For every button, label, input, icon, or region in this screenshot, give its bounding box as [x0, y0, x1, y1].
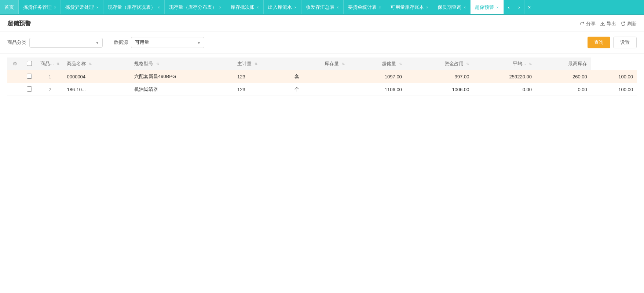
nav-tab-task-mgmt[interactable]: 拣货任务管理 × — [19, 0, 61, 15]
datasource-dropdown-arrow: ▾ — [198, 40, 200, 45]
export-icon — [600, 21, 605, 26]
nav-tab-inout-flow[interactable]: 出入库流水 × — [264, 0, 301, 15]
share-icon — [579, 21, 585, 26]
share-button[interactable]: 分享 — [579, 21, 596, 27]
category-select[interactable]: ▾ — [29, 38, 103, 48]
row-checkbox-cell[interactable] — [22, 70, 37, 83]
avg-header-label: 平均... — [513, 61, 526, 66]
product-name-sort-icon: ⇅ — [89, 62, 92, 66]
close-abnormal-icon[interactable]: × — [96, 5, 98, 10]
close-inout-flow-icon[interactable]: × — [294, 5, 296, 10]
row-avg: 260.00 — [535, 70, 591, 83]
row-checkbox[interactable] — [27, 86, 32, 92]
nav-tab-available-account-label: 可用量库存账本 — [391, 4, 424, 11]
nav-tab-inout-flow-label: 出入库流水 — [268, 4, 292, 11]
page-title: 超储预警 — [7, 20, 31, 27]
close-inventory-status-icon[interactable]: × — [158, 5, 160, 10]
row-product-name: 机油滤清器 — [131, 83, 234, 96]
stock-column-header[interactable]: 库存量 ⇅ — [291, 58, 348, 70]
nav-tab-batch-account[interactable]: 库存批次账 × — [226, 0, 264, 15]
nav-tab-overstock-warning[interactable]: 超储预警 × — [471, 0, 503, 15]
category-filter-item: 商品分类 ▾ — [7, 38, 103, 48]
avg-column-header[interactable]: 平均... ⇅ — [473, 58, 535, 70]
filter-area: 商品分类 ▾ 数据源 可用量 ▾ 查询 设置 — [0, 31, 644, 54]
nav-tab-batch-account-label: 库存批次账 — [231, 4, 255, 11]
nav-tab-inventory-status[interactable]: 现存量（库存状况表） × — [103, 0, 165, 15]
main-content: 超储预警 分享 导出 刷新 — [0, 15, 644, 293]
close-order-stat-icon[interactable]: × — [379, 5, 381, 10]
product-name-header-label: 商品名称 — [67, 61, 86, 66]
datasource-select[interactable]: 可用量 ▾ — [131, 37, 204, 48]
row-stock: 1097.00 — [348, 70, 406, 83]
nav-tab-abnormal-label: 拣货异常处理 — [65, 4, 94, 11]
row-capital: 259220.00 — [473, 70, 535, 83]
max-stock-column-header[interactable]: 最高库存 — [535, 58, 591, 70]
product-name-column-header[interactable]: 商品名称 ⇅ — [63, 58, 131, 70]
page-header: 超储预警 分享 导出 刷新 — [0, 15, 644, 31]
close-batch-account-icon[interactable]: × — [257, 5, 259, 10]
overstock-table: ⚙ 商品... ⇅ 商品名称 ⇅ 规格型号 ⇅ — [7, 58, 637, 96]
row-max-stock: 100.00 — [591, 83, 637, 96]
gear-settings-icon[interactable]: ⚙ — [12, 60, 17, 67]
row-gear — [7, 70, 22, 83]
export-button[interactable]: 导出 — [600, 21, 616, 27]
close-overstock-warning-icon[interactable]: × — [496, 5, 498, 10]
nav-tab-task-mgmt-label: 拣货任务管理 — [23, 4, 52, 11]
datasource-label: 数据源 — [114, 39, 128, 46]
header-actions: 分享 导出 刷新 — [579, 21, 637, 27]
product-code-column-header[interactable]: 商品... ⇅ — [37, 58, 63, 70]
export-label: 导出 — [607, 21, 616, 27]
row-overstock: 997.00 — [406, 70, 473, 83]
table-row[interactable]: 1 0000004 六配套新昌490BPG 123 套 1097.00 997.… — [7, 70, 637, 83]
nav-tab-recv-send[interactable]: 收发存汇总表 × — [301, 0, 344, 15]
share-label: 分享 — [586, 21, 596, 27]
row-gear — [7, 83, 22, 96]
row-index: 2 — [37, 83, 63, 96]
spec-column-header[interactable]: 规格型号 ⇅ — [131, 58, 234, 70]
unit-column-header[interactable]: 主计量 ⇅ — [234, 58, 291, 70]
table-area: ⚙ 商品... ⇅ 商品名称 ⇅ 规格型号 ⇅ — [0, 58, 644, 103]
nav-tab-quality-check[interactable]: 保质期查询 × — [433, 0, 471, 15]
capital-sort-icon: ⇅ — [466, 62, 469, 66]
row-capital: 0.00 — [473, 83, 535, 96]
close-recv-send-icon[interactable]: × — [337, 5, 339, 10]
nav-prev-arrow[interactable]: ‹ — [504, 0, 514, 15]
unit-header-label: 主计量 — [237, 61, 252, 66]
top-navigation: 首页 拣货任务管理 × 拣货异常处理 × 现存量（库存状况表） × 现存量（库存… — [0, 0, 644, 15]
close-task-mgmt-icon[interactable]: × — [54, 5, 56, 10]
nav-tab-abnormal[interactable]: 拣货异常处理 × — [61, 0, 103, 15]
nav-tab-quality-check-label: 保质期查询 — [438, 4, 461, 11]
nav-next-arrow[interactable]: › — [514, 0, 524, 15]
overstock-sort-icon: ⇅ — [399, 62, 402, 66]
close-available-account-icon[interactable]: × — [426, 5, 428, 10]
nav-close-arrow[interactable]: × — [524, 0, 534, 15]
table-row[interactable]: 2 186-10... 机油滤清器 123 个 1106.00 1006.00 … — [7, 83, 637, 96]
settings-button[interactable]: 设置 — [613, 37, 637, 48]
row-stock: 1106.00 — [348, 83, 406, 96]
capital-column-header[interactable]: 资金占用 ⇅ — [406, 58, 473, 70]
nav-tab-available-account[interactable]: 可用量库存账本 × — [386, 0, 433, 15]
datasource-filter-item: 数据源 可用量 ▾ — [114, 37, 204, 48]
close-quality-check-icon[interactable]: × — [464, 5, 466, 10]
nav-tab-order-stat[interactable]: 要货单统计表 × — [344, 0, 386, 15]
row-product-code: 186-10... — [63, 83, 131, 96]
product-code-sort-icon: ⇅ — [56, 62, 59, 66]
nav-tab-inventory-dist[interactable]: 现存量（库存分布表） × — [165, 0, 226, 15]
refresh-button[interactable]: 刷新 — [621, 21, 637, 27]
nav-tab-home[interactable]: 首页 — [0, 0, 19, 15]
row-max-stock: 100.00 — [591, 70, 637, 83]
row-checkbox[interactable] — [27, 74, 32, 79]
query-button[interactable]: 查询 — [588, 37, 610, 48]
close-inventory-dist-icon[interactable]: × — [219, 5, 221, 10]
row-checkbox-cell[interactable] — [22, 83, 37, 96]
nav-tab-overstock-warning-label: 超储预警 — [475, 4, 494, 11]
category-label: 商品分类 — [7, 39, 26, 46]
gear-column-header[interactable]: ⚙ — [7, 58, 22, 70]
overstock-column-header[interactable]: 超储量 ⇅ — [348, 58, 406, 70]
row-product-code: 0000004 — [63, 70, 131, 83]
checkbox-column-header[interactable] — [22, 58, 37, 70]
select-all-checkbox[interactable] — [27, 61, 32, 66]
refresh-label: 刷新 — [627, 21, 637, 27]
nav-tab-home-label: 首页 — [4, 4, 14, 11]
refresh-icon — [621, 21, 626, 26]
